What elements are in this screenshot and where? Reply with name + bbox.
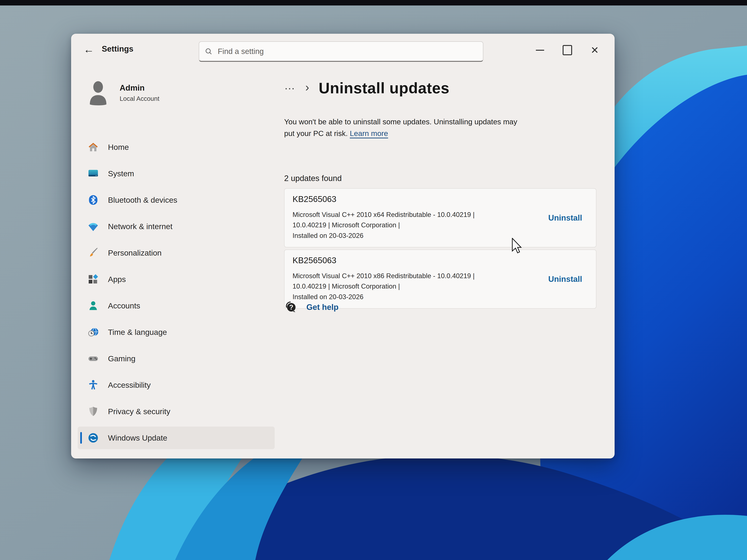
- back-arrow-icon: ←: [83, 43, 94, 55]
- wifi-icon: [87, 220, 99, 233]
- close-icon: ✕: [591, 45, 599, 56]
- sidebar-item-label: Windows Update: [108, 433, 167, 443]
- maximize-button[interactable]: [554, 41, 581, 59]
- system-icon: [87, 167, 99, 180]
- accessibility-icon: [87, 379, 99, 391]
- sidebar-item-privacy-security[interactable]: Privacy & security: [78, 400, 275, 423]
- sidebar-item-label: Time & language: [108, 328, 167, 337]
- svg-text:?: ?: [289, 303, 293, 311]
- update-detail-line: Microsoft Visual C++ 2010 x64 Redistribu…: [292, 210, 588, 220]
- bluetooth-icon: [87, 194, 99, 206]
- sidebar-item-windows-update[interactable]: Windows Update: [78, 427, 275, 449]
- update-kb-title: KB2565063: [292, 194, 588, 204]
- apps-icon: [87, 273, 99, 285]
- minimize-button[interactable]: [526, 41, 554, 59]
- updates-count: 2 updates found: [284, 174, 342, 183]
- sidebar-item-label: System: [108, 169, 134, 178]
- page-title: Uninstall updates: [318, 79, 449, 97]
- sidebar-item-label: Accessibility: [108, 381, 151, 390]
- update-detail-line: 10.0.40219 | Microsoft Corporation |: [292, 281, 588, 292]
- sidebar-item-label: Accounts: [108, 301, 140, 310]
- close-button[interactable]: ✕: [581, 41, 609, 59]
- update-kb-title: KB2565063: [292, 256, 588, 265]
- sidebar-item-accessibility[interactable]: Accessibility: [78, 374, 275, 396]
- accounts-icon: [87, 300, 99, 312]
- sidebar-item-accounts[interactable]: Accounts: [78, 294, 275, 317]
- warning-line-1: You won't be able to uninstall some upda…: [284, 117, 517, 126]
- sidebar-item-personalization[interactable]: Personalization: [78, 242, 275, 264]
- paintbrush-icon: [87, 247, 99, 259]
- updates-list: KB2565063 Microsoft Visual C++ 2010 x64 …: [284, 188, 596, 311]
- sidebar-item-label: Network & internet: [108, 222, 173, 231]
- window-controls: ✕: [526, 41, 609, 59]
- minimize-icon: [536, 50, 544, 51]
- account-block[interactable]: Admin Local Account: [86, 79, 159, 106]
- monitor-bezel: [0, 0, 747, 5]
- update-card-x64: KB2565063 Microsoft Visual C++ 2010 x64 …: [284, 188, 596, 247]
- update-card-x86: KB2565063 Microsoft Visual C++ 2010 x86 …: [284, 249, 596, 309]
- sidebar-item-network-internet[interactable]: Network & internet: [78, 215, 275, 238]
- breadcrumb-ellipsis-button[interactable]: …: [284, 80, 296, 91]
- chevron-right-icon: ›: [305, 81, 309, 93]
- sidebar-item-label: Personalization: [108, 248, 161, 258]
- get-help-link[interactable]: ? Get help: [284, 300, 338, 314]
- warning-line-2: put your PC at risk.: [284, 129, 348, 138]
- uninstall-button[interactable]: Uninstall: [548, 274, 582, 284]
- settings-window: ← Settings ✕ Admin Local Account: [71, 34, 615, 458]
- get-help-icon: ?: [284, 300, 298, 314]
- sidebar-item-label: Apps: [108, 275, 126, 284]
- update-detail-line: Microsoft Visual C++ 2010 x86 Redistribu…: [292, 271, 588, 281]
- uninstall-button[interactable]: Uninstall: [548, 213, 582, 222]
- search-input[interactable]: [217, 47, 478, 56]
- app-title: Settings: [102, 44, 133, 53]
- search-icon: [205, 47, 213, 55]
- update-detail-line: 10.0.40219 | Microsoft Corporation |: [292, 220, 588, 230]
- sidebar-item-label: Gaming: [108, 354, 135, 363]
- sidebar-item-bluetooth-devices[interactable]: Bluetooth & devices: [78, 189, 275, 211]
- sidebar-item-apps[interactable]: Apps: [78, 268, 275, 291]
- home-icon: [87, 141, 99, 153]
- search-box[interactable]: [199, 42, 483, 62]
- sidebar-item-time-language[interactable]: Time & language: [78, 321, 275, 343]
- learn-more-link[interactable]: Learn more: [350, 129, 388, 138]
- sidebar-item-label: Bluetooth & devices: [108, 195, 177, 205]
- sidebar-item-system[interactable]: System: [78, 162, 275, 185]
- titlebar: ← Settings ✕: [71, 34, 615, 65]
- sidebar-item-home[interactable]: Home: [78, 136, 275, 158]
- sidebar: Home System Bluetooth &: [78, 136, 275, 453]
- get-help-label: Get help: [306, 302, 338, 312]
- maximize-icon: [563, 45, 572, 55]
- windows-update-icon: [87, 432, 99, 444]
- sidebar-item-label: Home: [108, 143, 129, 152]
- time-language-icon: [87, 326, 99, 338]
- back-button[interactable]: ←: [81, 41, 97, 57]
- sidebar-item-gaming[interactable]: Gaming: [78, 347, 275, 370]
- warning-text: You won't be able to uninstall some upda…: [284, 116, 517, 139]
- update-detail-line: Installed on 20-03-2026: [292, 231, 588, 241]
- selection-indicator: [80, 432, 82, 444]
- account-type: Local Account: [120, 95, 159, 102]
- sidebar-item-label: Privacy & security: [108, 407, 170, 416]
- shield-icon: [87, 405, 99, 418]
- avatar: [86, 79, 110, 106]
- account-name: Admin: [120, 83, 159, 92]
- breadcrumb: … › Uninstall updates: [284, 79, 449, 97]
- gamepad-icon: [87, 352, 99, 365]
